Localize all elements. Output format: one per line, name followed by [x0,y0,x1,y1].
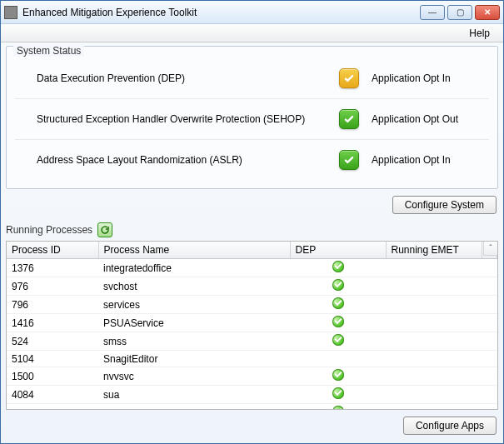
running-processes-label: Running Processes [6,224,92,236]
table-row[interactable]: 160nvvsvc [7,404,497,410]
warning-icon [339,68,359,88]
window-root: Enhanced Mitigation Experience Toolkit —… [0,0,504,444]
table-row[interactable]: 524smss [7,332,497,351]
configure-system-row: Configure System [6,192,498,217]
dep-ok-icon [332,316,344,327]
refresh-icon [100,225,110,235]
cell-emet [386,404,482,410]
minimize-button[interactable]: — [420,5,445,20]
cell-spacer [482,314,497,332]
cell-dep [290,296,386,314]
cell-emet [386,367,482,386]
dep-ok-icon [332,387,344,399]
cell-spacer [482,296,497,314]
table-row[interactable]: 976svchost [7,277,497,296]
menu-help[interactable]: Help [464,26,495,41]
cell-pid: 796 [7,296,98,314]
cell-spacer [482,404,497,410]
refresh-button[interactable] [97,222,112,237]
configure-apps-row: Configure Apps [6,413,498,438]
check-icon [339,109,359,129]
cell-spacer [482,332,497,351]
dep-ok-icon [332,261,344,272]
column-header-emet[interactable]: Running EMET [386,242,482,259]
cell-name: integratedoffice [98,259,290,277]
cell-dep [290,367,386,386]
running-processes-header: Running Processes [6,221,498,237]
cell-dep [290,277,386,296]
status-row: Data Execution Prevention (DEP)Applicati… [15,58,489,99]
dep-ok-icon [332,279,344,291]
close-button[interactable]: ✕ [475,5,500,20]
status-icon-cell [335,150,363,170]
cell-spacer [482,277,497,296]
cell-name: services [98,296,290,314]
column-header-name[interactable]: Process Name [98,242,290,259]
cell-name: sua [98,386,290,404]
system-status-group: System Status Data Execution Prevention … [6,46,498,189]
cell-emet [386,259,482,277]
cell-spacer [482,259,497,277]
cell-pid: 1416 [7,314,98,332]
app-icon [4,6,17,19]
status-label: Structured Exception Handler Overwrite P… [18,113,335,125]
status-icon-cell [335,109,363,129]
cell-emet [386,332,482,351]
cell-name: SnagitEditor [98,351,290,367]
check-icon [339,150,359,170]
maximize-button[interactable]: ▢ [447,5,472,20]
status-label: Address Space Layout Randomization (ASLR… [18,154,335,166]
status-value: Application Opt In [363,154,486,166]
status-value: Application Opt In [363,72,486,84]
window-title: Enhanced Mitigation Experience Toolkit [22,7,417,18]
cell-pid: 4084 [7,386,98,404]
table-row[interactable]: 796services [7,296,497,314]
cell-dep [290,332,386,351]
cell-name: smss [98,332,290,351]
cell-emet [386,314,482,332]
dep-ok-icon [332,406,344,409]
configure-system-button[interactable]: Configure System [392,196,497,214]
process-table-scroll[interactable]: Process ID Process Name DEP Running EMET… [7,242,497,409]
system-status-legend: System Status [13,45,84,57]
cell-pid: 524 [7,332,98,351]
cell-pid: 1376 [7,259,98,277]
menubar: Help [1,24,503,42]
dep-ok-icon [332,334,344,346]
cell-emet [386,296,482,314]
cell-dep [290,404,386,410]
cell-spacer [482,367,497,386]
scroll-up-button[interactable]: ˆ [483,242,497,256]
cell-name: svchost [98,277,290,296]
cell-emet [386,386,482,404]
cell-emet [386,277,482,296]
cell-pid: 5104 [7,351,98,367]
column-header-dep[interactable]: DEP [290,242,386,259]
table-row[interactable]: 5104SnagitEditor [7,351,497,367]
table-row[interactable]: 1500nvvsvc [7,367,497,386]
cell-name: nvvsvc [98,367,290,386]
cell-name: nvvsvc [98,404,290,410]
table-row[interactable]: 4084sua [7,386,497,404]
column-header-pid[interactable]: Process ID [7,242,98,259]
dep-ok-icon [332,297,344,309]
cell-emet [386,351,482,367]
dep-ok-icon [332,369,344,381]
table-row[interactable]: 1416PSUAService [7,314,497,332]
status-row: Address Space Layout Randomization (ASLR… [15,140,489,180]
cell-pid: 1500 [7,367,98,386]
client-area: System Status Data Execution Prevention … [1,42,503,443]
configure-apps-button[interactable]: Configure Apps [403,417,497,435]
cell-dep [290,259,386,277]
process-table: Process ID Process Name DEP Running EMET… [6,241,498,410]
table-row[interactable]: 1376integratedoffice [7,259,497,277]
cell-pid: 160 [7,404,98,410]
cell-name: PSUAService [98,314,290,332]
status-label: Data Execution Prevention (DEP) [18,72,335,84]
status-row: Structured Exception Handler Overwrite P… [15,99,489,140]
cell-spacer [482,386,497,404]
cell-dep [290,314,386,332]
cell-spacer [482,351,497,367]
status-icon-cell [335,68,363,88]
cell-dep [290,386,386,404]
